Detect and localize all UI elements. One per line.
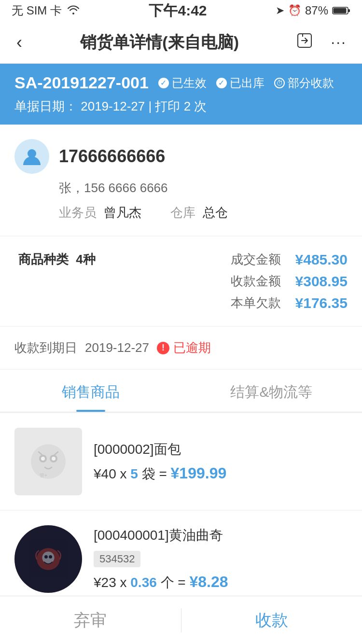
order-id: SA-20191227-001 [14, 73, 149, 92]
collect-payment-button[interactable]: 收款 [181, 600, 362, 641]
header-banner-row1: SA-20191227-001 ✓ 已生效 ✓ 已出库 ⏱ 部分收款 [14, 73, 348, 92]
status-bar-right: ➤ ⏰ 87% [276, 4, 350, 17]
sales-person: 曾凡杰 [104, 205, 141, 220]
received-label: 收款金额 [231, 273, 281, 290]
status-bar-time: 下午4:42 [149, 1, 207, 21]
check-icon-2: ✓ [216, 78, 227, 88]
customer-meta: 业务员 曾凡杰 仓库 总仓 [14, 204, 348, 221]
product-price-2: ¥23 x 0.36 个 = ¥8.28 [94, 573, 348, 592]
due-section: 收款到期日 2019-12-27 ! 已逾期 [0, 327, 362, 369]
share-button[interactable] [292, 28, 317, 56]
due-label: 收款到期日 [14, 339, 77, 356]
svg-point-5 [31, 444, 66, 479]
tab-settlement-logistics[interactable]: 结算&物流等 [181, 370, 362, 412]
header-banner-row2: 单据日期： 2019-12-27 | 打印 2 次 [14, 98, 348, 115]
status-bar: 无 SIM 卡 下午4:42 ➤ ⏰ 87% [0, 0, 362, 21]
location-icon: ➤ [276, 4, 284, 17]
bottom-bar: 弃审 收款 [0, 596, 362, 644]
tabs-row: 销售商品 结算&物流等 [0, 370, 362, 412]
warehouse-info: 仓库 总仓 [170, 204, 228, 221]
battery-icon [332, 6, 350, 15]
overdue-dot-icon: ! [157, 342, 169, 354]
svg-rect-1 [348, 9, 350, 12]
received-row: 收款金额 ¥308.95 [231, 273, 348, 290]
discard-review-button[interactable]: 弃审 [0, 600, 181, 641]
debt-row: 本单欠款 ¥176.35 [231, 294, 348, 311]
badge-effective: ✓ 已生效 [158, 75, 207, 91]
product-price-1: ¥40 x 5 袋 = ¥199.99 [94, 464, 348, 483]
debt-label: 本单欠款 [231, 294, 281, 311]
customer-avatar [14, 139, 49, 174]
check-icon-1: ✓ [158, 78, 169, 88]
date-label: 单据日期： [14, 99, 77, 113]
svg-rect-2 [333, 8, 346, 14]
tab-sales-products[interactable]: 销售商品 [0, 370, 181, 412]
products-section: 管+ [0000002]面包 ¥40 x 5 袋 = ¥199.99 [0, 413, 362, 607]
wifi-icon [67, 4, 80, 17]
clock-icon: ⏱ [274, 78, 285, 88]
product-card-1: 管+ [0000002]面包 ¥40 x 5 袋 = ¥199.99 [0, 413, 362, 510]
warehouse-value: 总仓 [203, 205, 228, 220]
header-banner: SA-20191227-001 ✓ 已生效 ✓ 已出库 ⏱ 部分收款 单据日期：… [0, 64, 362, 125]
warehouse-label: 仓库 [170, 205, 195, 220]
product-info-2: [000400001]黄油曲奇 534532 ¥23 x 0.36 个 = ¥8… [94, 526, 348, 592]
badge-partial-payment: ⏱ 部分收款 [274, 75, 334, 91]
customer-sub-info: 张，156 6666 6666 [14, 180, 348, 196]
print-count: | 打印 2 次 [148, 99, 207, 113]
svg-point-9 [52, 457, 56, 461]
product-card-2: [000400001]黄油曲奇 534532 ¥23 x 0.36 个 = ¥8… [0, 511, 362, 607]
amount-label: 成交金额 [231, 251, 281, 268]
nav-bar: ‹ 销货单详情(来自电脑) ··· [0, 21, 362, 64]
status-bar-left: 无 SIM 卡 [12, 3, 80, 18]
overdue-text: 已逾期 [173, 339, 211, 356]
product-name-2: [000400001]黄油曲奇 [94, 526, 348, 545]
product-name-1: [0000002]面包 [94, 440, 348, 459]
stats-left: 商品种类 4种 [14, 251, 96, 268]
battery-text: 87% [305, 4, 328, 17]
sales-info: 业务员 曾凡杰 [59, 204, 141, 221]
carrier-text: 无 SIM 卡 [12, 3, 62, 18]
product-image-2 [14, 525, 82, 593]
more-button[interactable]: ··· [327, 29, 350, 55]
svg-point-15 [49, 555, 52, 559]
sales-label: 业务员 [59, 205, 97, 220]
alarm-icon: ⏰ [288, 4, 301, 17]
page-title: 销货单详情(来自电脑) [80, 31, 239, 54]
product-image-1: 管+ [14, 428, 82, 495]
stats-section: 商品种类 4种 成交金额 ¥485.30 收款金额 ¥308.95 本单欠款 ¥… [0, 237, 362, 326]
category-count: 4种 [76, 252, 95, 266]
overdue-badge: ! 已逾期 [157, 339, 211, 356]
customer-id: 17666666666 [59, 146, 165, 167]
back-button[interactable]: ‹ [12, 28, 27, 57]
svg-point-8 [41, 457, 45, 461]
order-date: 2019-12-27 [81, 99, 145, 113]
tabs-section: 销售商品 结算&物流等 [0, 370, 362, 412]
due-date: 2019-12-27 [85, 340, 149, 355]
amount-value: ¥485.30 [295, 252, 348, 268]
svg-point-14 [44, 555, 48, 559]
svg-text:管+: 管+ [40, 473, 47, 478]
received-value: ¥308.95 [295, 273, 348, 290]
product-tag-2: 534532 [94, 551, 140, 567]
customer-section: 17666666666 张，156 6666 6666 业务员 曾凡杰 仓库 总… [0, 125, 362, 236]
stats-right: 成交金额 ¥485.30 收款金额 ¥308.95 本单欠款 ¥176.35 [231, 251, 348, 311]
category-label: 商品种类 [18, 252, 69, 266]
badge-shipped: ✓ 已出库 [216, 75, 265, 91]
debt-value: ¥176.35 [295, 295, 348, 311]
amount-row: 成交金额 ¥485.30 [231, 251, 348, 268]
nav-actions: ··· [292, 28, 350, 56]
customer-row: 17666666666 [14, 139, 348, 174]
product-info-1: [0000002]面包 ¥40 x 5 袋 = ¥199.99 [94, 440, 348, 483]
